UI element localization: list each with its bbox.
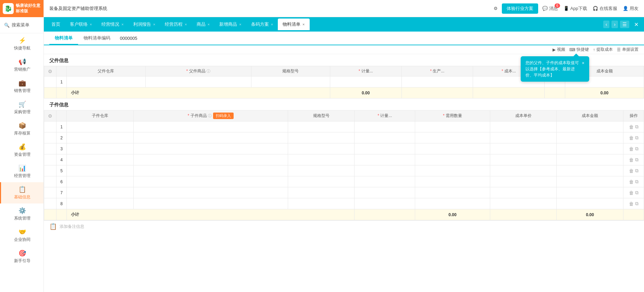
child-th-warehouse: 子件仓库 [67,110,134,121]
delete-row-button[interactable]: 🗑 [629,135,634,141]
delete-row-button[interactable]: 🗑 [629,146,634,152]
delete-row-button[interactable]: 🗑 [629,190,634,196]
message-icon: 💬 [542,6,548,11]
single-setting-button[interactable]: ☰ 单据设置 [617,47,639,52]
copy-row-button[interactable]: ⧉ [635,135,639,141]
download-icon: 📱 [564,6,569,11]
sidebar-item-purchase[interactable]: 🛒 采购管理 [0,97,44,118]
child-row-1: 1 🗑 ⧉ [44,121,644,132]
logo-icon: 🐉 [3,3,14,14]
copy-row-button[interactable]: ⧉ [635,179,639,185]
tab-profit-close[interactable]: × [153,22,155,26]
delete-row-button[interactable]: 🗑 [629,157,634,163]
copy-row-button[interactable]: ⧉ [635,168,639,174]
child-row-3: 3 🗑 ⧉ [44,143,644,154]
sidebar: 🐉 畅唐诶好生意 标准版 🔍 搜索菜单 ⚡ 快捷导航 📢 营销推广 💼 销售管理… [0,0,44,292]
tab-goods[interactable]: 商品 × [192,19,214,30]
tab-menu-button[interactable]: ☰ [620,21,629,28]
sidebar-item-operations[interactable]: 📊 经营管理 [0,161,44,182]
tab-home[interactable]: 首页 [47,19,65,30]
settings-button[interactable]: ⚙ [494,6,498,11]
extract-cost-button[interactable]: ↑ 提取成本 [593,47,613,52]
sidebar-nav: ⚡ 快捷导航 📢 营销推广 💼 销售管理 🛒 采购管理 📦 库存核算 💰 资金管… [0,33,44,292]
shortcut-button[interactable]: ⌨ 快捷键 [569,47,589,52]
trial-button[interactable]: 体验行业方案 [502,3,538,14]
online-service-button[interactable]: 🎧 在线客服 [593,5,617,12]
copy-row-button[interactable]: ⧉ [635,146,639,152]
user-button[interactable]: 👤 用友 [623,5,639,12]
logo-text: 畅唐诶好生意 标准版 [16,3,40,14]
parent-subtotal-cost: 0.00 [565,87,644,98]
tab-close-all-button[interactable]: ✕ [631,21,641,28]
search-menu-button[interactable]: 🔍 搜索菜单 [3,20,41,30]
finance-icon: 💰 [18,143,26,151]
parent-th-spec: 规格型号 [251,66,330,77]
system-title: 装备及固定资产辅助管理系统 [49,5,490,12]
quick-nav-icon: ⚡ [18,37,26,44]
tabbar-end: ‹ › ☰ ✕ [603,21,641,28]
tab-customer[interactable]: 客户联络 × [65,19,97,30]
tab-prev-button[interactable]: ‹ [603,21,610,28]
sidebar-item-marketing[interactable]: 📢 营销推广 [0,55,44,76]
tab-history[interactable]: 经营历程 × [160,19,191,30]
add-note-text: 添加备注信息 [60,224,84,230]
operations-icon: 📊 [18,164,26,172]
delete-row-button[interactable]: 🗑 [629,201,634,207]
sidebar-item-quick-nav[interactable]: ⚡ 快捷导航 [0,33,44,55]
sub-tab-bom-code-label[interactable]: 物料清单编码 [78,32,116,45]
parent-th-unit: * 计量... [330,66,401,77]
scan-input-button[interactable]: 扫码录入 [213,113,234,119]
copy-row-button[interactable]: ⧉ [635,157,639,163]
content-area: 物料清单 物料清单编码 0000005 ▶ 视频 ⌨ 快捷键 ↑ 提取成本 ☰ [44,32,644,292]
tab-customer-close[interactable]: × [90,22,92,26]
message-button[interactable]: 💬 消息 6 [542,5,558,12]
tab-new-goods-close[interactable]: × [239,22,241,26]
user-icon: 👤 [623,6,628,11]
tab-profit[interactable]: 利润报告 × [128,19,160,30]
tab-new-goods[interactable]: 新增商品 × [214,19,246,30]
tab-barcode-close[interactable]: × [271,22,273,26]
sub-tabbar: 物料清单 物料清单编码 0000005 [44,32,644,45]
sidebar-item-inventory[interactable]: 📦 库存核算 [0,118,44,140]
parent-th-production: * 生产... [401,66,473,77]
tab-goods-close[interactable]: × [208,22,210,26]
copy-row-button[interactable]: ⧉ [635,201,639,207]
sub-tab-bom-list[interactable]: 物料清单 [49,32,78,45]
copy-row-button[interactable]: ⧉ [635,190,639,196]
view-video-button[interactable]: ▶ 视频 [553,47,565,52]
child-row-5: 5 🗑 ⧉ [44,165,644,176]
tabbar: 首页 客户联络 × 经营情况 × 利润报告 × 经营历程 × 商品 × 新增商品… [44,17,644,32]
tab-bom-close[interactable]: × [302,22,305,26]
marketing-icon: 📢 [18,58,26,66]
parent-th-num [57,66,67,77]
delete-row-button[interactable]: 🗑 [629,179,634,185]
sidebar-item-guide[interactable]: 🎯 新手引导 [0,246,44,267]
child-th-action: 操作 [623,110,644,121]
parent-settings-icon[interactable]: ⚙ [48,69,52,74]
tab-bom[interactable]: 物料清单 × [278,19,309,30]
tab-barcode[interactable]: 条码方案 × [246,19,278,30]
child-row-4: 4 🗑 ⧉ [44,154,644,165]
delete-row-button[interactable]: 🗑 [629,168,634,174]
inventory-icon: 📦 [18,122,26,129]
tab-history-close[interactable]: × [185,22,187,26]
delete-row-button[interactable]: 🗑 [629,124,634,130]
sidebar-item-system[interactable]: ⚙️ 系统管理 [0,203,44,225]
child-th-qty: * 需用数量 [415,110,490,121]
message-badge: 6 [555,3,560,8]
sidebar-item-finance[interactable]: 💰 资金管理 [0,140,44,161]
app-download-button[interactable]: 📱 App下载 [564,5,587,12]
sidebar-search-area: 🔍 搜索菜单 [0,17,44,33]
parent-subtotal-label: 小计 [67,87,330,98]
tooltip-close-button[interactable]: × [582,60,584,67]
child-section-title: 子件信息 [44,98,644,110]
tab-operations-close[interactable]: × [121,22,123,26]
child-settings-icon[interactable]: ⚙ [48,113,52,119]
tab-next-button[interactable]: › [611,21,618,28]
extract-icon: ↑ [593,47,595,52]
sidebar-item-enterprise[interactable]: 🤝 企业协同 [0,225,44,246]
copy-row-button[interactable]: ⧉ [635,124,639,130]
tab-operations[interactable]: 经营情况 × [97,19,128,30]
sidebar-item-basic-info[interactable]: 📋 基础信息 [0,182,44,203]
sidebar-item-sales[interactable]: 💼 销售管理 [0,76,44,97]
